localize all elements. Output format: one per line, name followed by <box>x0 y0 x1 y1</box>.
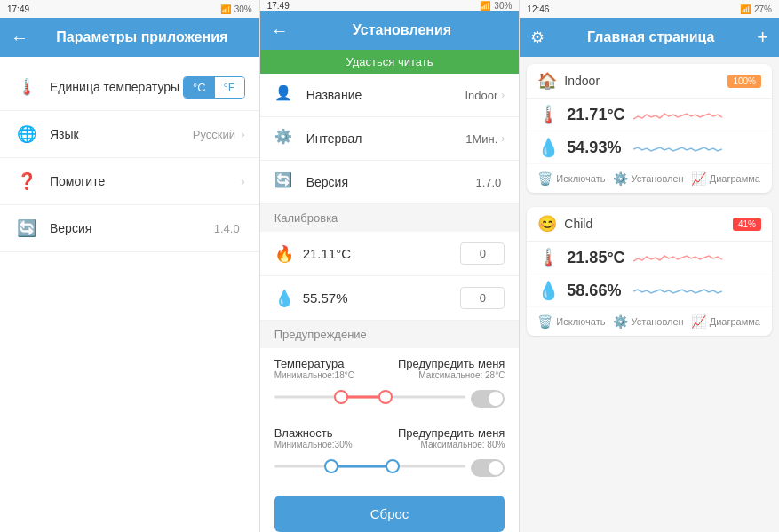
battery-2: 30% <box>494 1 512 11</box>
ust-item-interval[interactable]: ⚙️ Интервал 1Мин. › <box>260 117 520 161</box>
indoor-exclude-btn[interactable]: 🗑️ Исключать <box>537 171 605 186</box>
reset-button[interactable]: Сброс <box>274 496 505 532</box>
calib-temp-icon: 🔥 <box>274 244 294 264</box>
child-settings-icon: ⚙️ <box>613 314 628 329</box>
humid-thumb-right[interactable] <box>386 459 400 473</box>
indoor-device-name: Indoor <box>564 74 727 88</box>
fahrenheit-button[interactable]: °F <box>215 77 244 98</box>
child-settings-btn[interactable]: ⚙️ Установлен <box>613 314 684 329</box>
humid-slider-row <box>274 449 505 487</box>
child-exclude-btn[interactable]: 🗑️ Исключать <box>537 314 605 329</box>
warn-temp-left: Температура Минимальное:18°C <box>274 357 390 380</box>
celsius-button[interactable]: °C <box>184 77 215 98</box>
add-device-button[interactable]: + <box>757 26 768 49</box>
interval-label: Интервал <box>306 131 466 146</box>
interval-icon: ⚙️ <box>274 128 296 149</box>
ust-item-name[interactable]: 👤 Название Indoor › <box>260 74 520 117</box>
child-temp-value: 21.85°C <box>567 249 633 267</box>
status-bar-3: 12:46 📶 27% <box>520 0 779 18</box>
indoor-humid-row: 💧 54.93% <box>527 131 772 164</box>
time-1: 17:49 <box>7 4 29 14</box>
settings-icon[interactable]: ⚙ <box>530 28 545 47</box>
child-chart-btn[interactable]: 📈 Диаграмма <box>691 314 760 329</box>
top-bar-1: ← Параметры приложения <box>0 18 259 57</box>
name-label: Название <box>306 88 465 102</box>
child-humid-value: 58.66% <box>567 282 633 300</box>
interval-chevron: › <box>501 132 505 145</box>
language-label: Язык <box>50 127 193 141</box>
warn-humid-notify-label: Предупредить меня <box>390 426 505 440</box>
warn-humid-label: Влажность <box>274 426 390 440</box>
indoor-chart-label: Диаграмма <box>710 173 760 184</box>
wifi-icon-1: 📶 <box>220 4 231 14</box>
panel-settings: 17:49 📶 30% ← Параметры приложения 🌡️ Ед… <box>0 0 260 532</box>
humid-thumb-left[interactable] <box>324 459 338 473</box>
child-chart-label: Диаграмма <box>710 316 760 327</box>
calib-temp-row: 🔥 21.11°C <box>260 232 520 276</box>
ust-version-label: Версия <box>306 175 476 189</box>
back-button-1[interactable]: ← <box>11 28 36 48</box>
temp-slider-row <box>274 380 505 417</box>
interval-value: 1Мин. <box>465 132 497 146</box>
warn-temp-max: Максимальное: 28°C <box>390 370 505 380</box>
temperature-label: Единица температуры <box>50 80 183 94</box>
exclude-icon: 🗑️ <box>537 171 552 186</box>
indoor-humid-icon: 💧 <box>537 137 560 158</box>
top-bar-2: ← Установления <box>260 11 520 50</box>
settings-item-help[interactable]: ❓ Помогите › <box>0 158 259 205</box>
child-temp-row: 🌡️ 21.85°C <box>527 242 772 274</box>
warn-temp-label: Температура <box>274 357 390 370</box>
humid-warn-knob <box>489 461 503 475</box>
warn-humid-right: Предупредить меня Максимальное: 80% <box>390 426 505 449</box>
humid-slider[interactable] <box>274 453 466 480</box>
indoor-actions: 🗑️ Исключать ⚙️ Установлен 📈 Диаграмма <box>527 164 772 193</box>
name-chevron: › <box>501 89 505 101</box>
panel-main: 12:46 📶 27% ⚙ Главная страница + 🏠 Indoo… <box>520 0 779 532</box>
humid-warn-toggle[interactable] <box>471 459 505 477</box>
indoor-chart-btn[interactable]: 📈 Диаграмма <box>691 171 760 186</box>
calib-temp-input[interactable] <box>460 242 505 265</box>
calib-humid-row: 💧 55.57% <box>260 276 520 321</box>
temp-thumb-left[interactable] <box>334 390 348 404</box>
ustanovka-list: 👤 Название Indoor › ⚙️ Интервал 1Мин. › … <box>260 74 520 204</box>
settings-item-language[interactable]: 🌐 Язык Русский › <box>0 111 259 158</box>
indoor-temp-sparkline <box>633 106 761 123</box>
temp-warn-toggle[interactable] <box>471 390 505 408</box>
settings-list: 🌡️ Единица температуры °C °F 🌐 Язык Русс… <box>0 57 259 532</box>
device-header-child: 😊 Child 41% <box>527 207 772 242</box>
status-icons-2: 📶 30% <box>480 1 512 11</box>
temperature-toggle[interactable]: °C °F <box>183 76 245 99</box>
warn-humid-max: Максимальное: 80% <box>390 440 505 449</box>
device-card-child: 😊 Child 41% 🌡️ 21.85°C 💧 58.66% <box>527 207 772 336</box>
indoor-device-icon: 🏠 <box>537 71 557 91</box>
indoor-settings-btn[interactable]: ⚙️ Установлен <box>613 171 684 186</box>
calib-humid-input[interactable] <box>460 287 505 309</box>
child-temp-sparkline <box>633 249 761 266</box>
chart-icon: 📈 <box>691 171 706 186</box>
time-3: 12:46 <box>527 4 549 14</box>
child-exclude-label: Исключать <box>556 316 605 327</box>
help-label: Помогите <box>50 174 241 188</box>
ust-item-version: 🔄 Версия 1.7.0 <box>260 161 520 204</box>
warn-temp-right: Предупредить меня Максимальное: 28°C <box>390 357 505 380</box>
temp-warn-knob <box>489 392 503 406</box>
language-icon: 🌐 <box>14 122 39 147</box>
panel-ustanovki: 17:49 📶 30% ← Установления Удасться чита… <box>260 0 521 532</box>
ust-version-icon: 🔄 <box>274 171 296 193</box>
calib-section-header: Калибровка <box>260 204 520 232</box>
indoor-temp-icon: 🌡️ <box>537 104 560 125</box>
back-button-2[interactable]: ← <box>271 20 296 41</box>
version-value: 1.4.0 <box>214 222 240 235</box>
child-temp-icon: 🌡️ <box>537 247 560 268</box>
indoor-exclude-label: Исключать <box>556 173 605 184</box>
child-actions: 🗑️ Исключать ⚙️ Установлен 📈 Диаграмма <box>527 307 772 336</box>
temp-thumb-right[interactable] <box>378 390 393 404</box>
status-bar-1: 17:49 📶 30% <box>0 0 259 18</box>
temp-slider[interactable] <box>274 384 466 410</box>
child-humid-sparkline <box>633 282 761 299</box>
warn-temp-row: Температура Минимальное:18°C Предупредит… <box>274 357 505 380</box>
child-settings-label: Установлен <box>632 316 684 327</box>
battery-1: 30% <box>234 4 252 14</box>
name-value: Indoor <box>465 89 497 102</box>
help-chevron: › <box>241 174 245 188</box>
